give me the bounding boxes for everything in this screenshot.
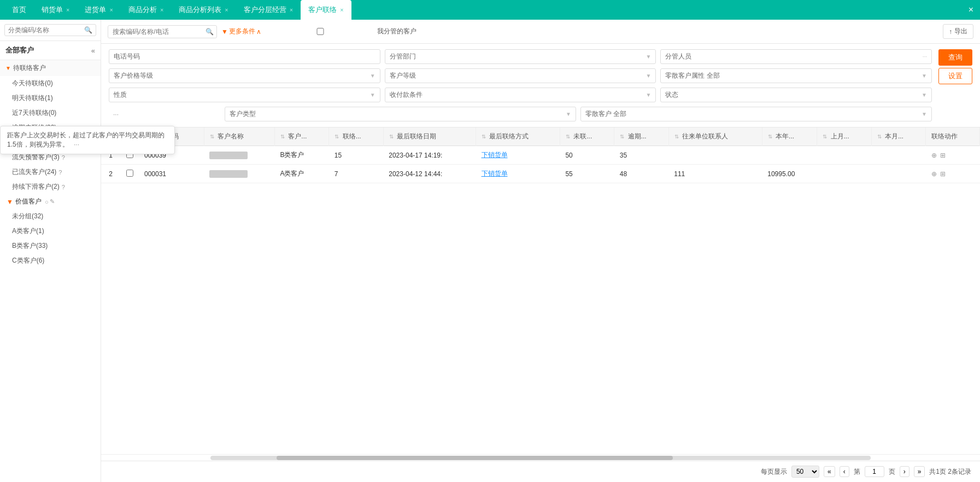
more-conditions-button[interactable]: ▼ 更多条件 ∧ [221,27,261,36]
more-dots-filter[interactable]: ··· [109,108,220,120]
value-customer-group-title[interactable]: ▼ 价值客户 ○ ✎ [0,194,101,209]
sidebar-item-tomorrow[interactable]: 明天待联络(1) [0,91,101,106]
nav-customer-contact[interactable]: 客户联络 × [301,0,351,20]
sidebar-item-class-c[interactable]: C类客户(6) [0,253,101,268]
sidebar-item-class-b[interactable]: B类客户(33) [0,239,101,253]
churn-warning-info-icon[interactable]: ? [62,154,65,161]
row2-actions: ⊕ ⊞ [926,165,980,183]
close-customer-tier-tab[interactable]: × [290,7,293,13]
category-search-input[interactable] [4,24,96,36]
horizontal-scrollbar[interactable] [101,454,980,461]
row2-code: 000031 [139,165,204,183]
close-sales-tab[interactable]: × [66,7,69,13]
scrollbar-thumb[interactable] [277,456,673,460]
per-page-select[interactable]: 50 20 100 [791,466,819,478]
person-filter[interactable]: 分管人员 ··· [660,49,932,64]
value-group-edit-icon[interactable]: ○ [45,199,49,205]
sort-icon-uncontacted[interactable]: ⇅ [566,133,570,140]
sidebar-item-declining[interactable]: 持续下滑客户(2) ? [0,179,101,194]
row2-contacts: 111 [668,165,762,183]
scrollbar-track[interactable] [210,456,871,460]
adv-filter-content: 电话号码 分管部门 ▼ 分管人员 ··· [109,49,972,121]
row1-action-icon-1[interactable]: ⊕ [931,152,937,159]
page-label: 第 [854,467,860,477]
row2-action-icon-1[interactable]: ⊕ [931,170,937,178]
close-goods-tab[interactable]: × [160,7,163,13]
next-page-button[interactable]: › [900,466,909,477]
value-group-settings-icon[interactable]: ✎ [50,198,55,205]
dept-filter[interactable]: 分管部门 ▼ [385,49,656,64]
sidebar-item-ungrouped[interactable]: 未分组(32) [0,209,101,224]
sort-icon-name[interactable]: ⇅ [210,133,214,140]
close-goods-list-tab[interactable]: × [225,7,228,13]
table-row: 2 000031 A类客户 [101,165,980,183]
nav-goods-list[interactable]: 商品分析列表 × [171,0,236,20]
row1-action-icon-2[interactable]: ⊞ [940,152,946,159]
sort-icon-last-method[interactable]: ⇅ [482,133,486,140]
sidebar-item-class-a[interactable]: A类客户(1) [0,224,101,239]
sort-icon-last-date[interactable]: ⇅ [389,133,394,140]
customer-search-input[interactable] [108,25,217,38]
churned-info-icon[interactable]: ? [58,169,62,176]
page-number-input[interactable] [865,466,884,477]
price-tier-filter[interactable]: 客户价格等级 ▼ [109,68,380,83]
row1-last-method[interactable]: 下销货单 [476,146,560,165]
tooltip-box: 距客户上次交易时长，超过了此客户的平均交易周期的1.5倍，则视为异常。 ··· [0,126,101,154]
retail-customer-filter[interactable]: 零散客户 全部 ▼ [580,107,932,121]
close-customer-contact-tab[interactable]: × [340,7,343,13]
close-purchase-tab[interactable]: × [109,7,113,13]
sort-icon-unit-contacts[interactable]: ⇅ [674,133,679,140]
filter-row-4: ··· 客户类型 ▼ 零散客户 全部 ▼ [109,107,932,121]
price-tier-label: 客户价格等级 [114,71,153,80]
sort-icon-this-month[interactable]: ⇅ [877,133,882,140]
filter-settings-button[interactable]: 设置 [938,68,972,84]
my-customers-checkbox[interactable] [266,28,375,35]
sidebar-item-today[interactable]: 今天待联络(0) [0,76,101,91]
col-uncontacted-label: 未联... [573,132,592,140]
nature-filter[interactable]: 性质 ▼ [109,88,380,102]
my-customers-checkbox-label: 我分管的客户 [266,27,416,36]
customer-tier-dropdown-icon: ▼ [645,73,651,79]
prev-page-button[interactable]: ‹ [840,466,849,477]
nav-goods-analysis[interactable]: 商品分析 × [121,0,171,20]
row2-last-method[interactable]: 下销货单 [476,165,560,183]
export-button[interactable]: ↑ 导出 [943,24,973,39]
status-filter[interactable]: 状态 ▼ [660,88,932,102]
declining-info-icon[interactable]: ? [62,184,65,190]
retail-customer-label: 零散客户 全部 [585,109,626,119]
status-label: 状态 [665,90,678,100]
payment-filter[interactable]: 收付款条件 ▼ [385,88,656,102]
phone-filter[interactable]: 电话号码 [109,49,380,64]
col-actions: 联络动作 [926,127,980,146]
row2-checkbox[interactable] [126,170,133,177]
last-page-button[interactable]: » [914,466,925,477]
row2-num: 2 [101,165,120,183]
sidebar-collapse-button[interactable]: « [91,47,95,55]
nav-sales[interactable]: 销货单 × [34,0,77,20]
tooltip-dots[interactable]: ··· [74,141,79,148]
row2-action-icon-2[interactable]: ⊞ [940,170,946,178]
window-close-button[interactable]: × [969,5,973,15]
row2-this-month [871,165,925,183]
export-label: 导出 [954,27,967,36]
sidebar-item-7days[interactable]: 近7天待联络(0) [0,106,101,120]
nav-home[interactable]: 首页 [4,0,34,20]
retail-attr-filter[interactable]: 零散客户属性 全部 ▼ [660,68,932,83]
sort-icon-this-year[interactable]: ⇅ [768,133,772,140]
row2-action-icons: ⊕ ⊞ [931,170,975,178]
pending-contact-title[interactable]: ▼ 待联络客户 [0,60,101,76]
customer-tier-label: 客户等级 [390,71,416,80]
sort-icon-contact[interactable]: ⇅ [335,133,339,140]
first-page-button[interactable]: « [824,466,835,477]
nav-customer-tier[interactable]: 客户分层经营 × [236,0,301,20]
query-button[interactable]: 查询 [938,49,972,66]
customer-tier-filter[interactable]: 客户等级 ▼ [385,68,656,83]
nav-purchase[interactable]: 进货单 × [77,0,120,20]
customer-search-icon[interactable]: 🔍 [206,28,214,36]
sort-icon-last-month[interactable]: ⇅ [823,133,827,140]
customer-type-filter[interactable]: 客户类型 ▼ [225,107,576,121]
sort-icon-type[interactable]: ⇅ [280,133,285,140]
retail-attr-dropdown-icon: ▼ [922,73,927,79]
sort-icon-overdue[interactable]: ⇅ [620,133,624,140]
sidebar-item-churned[interactable]: 已流失客户(24) ? [0,165,101,179]
